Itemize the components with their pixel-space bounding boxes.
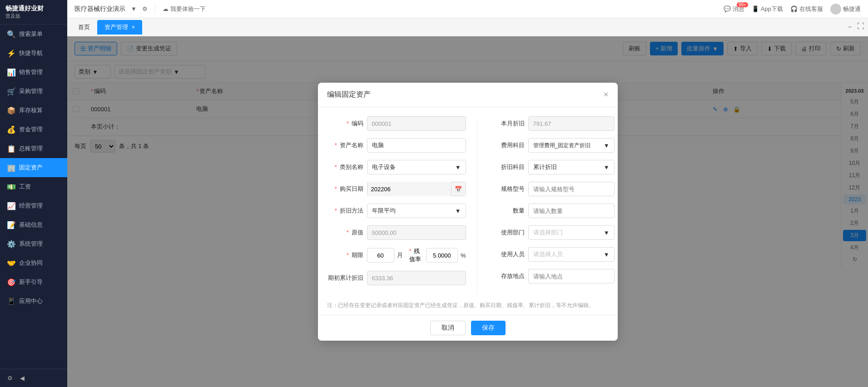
original-value-label: * 原值 [327, 228, 363, 237]
form-row-initial-depreciation: 期初累计折旧 [327, 271, 466, 285]
person-label: 使用人员 [488, 250, 525, 258]
topbar-settings-btn[interactable]: ⚙ [142, 5, 148, 12]
save-button[interactable]: 保存 [471, 321, 506, 335]
purchase-date-label: * 购买日期 [327, 185, 363, 193]
category-label: * 类别名称 [327, 163, 363, 171]
app-download-btn[interactable]: 📱 App下载 [752, 5, 783, 13]
sidebar-item-operation[interactable]: 📈 经营管理 [0, 196, 67, 215]
asset-name-input[interactable] [367, 138, 466, 153]
code-input[interactable] [367, 116, 466, 131]
form-row-monthly-depreciation: 本月折旧 [488, 116, 615, 131]
dialog-overlay: 编辑固定资产 × * 编码 [67, 36, 868, 387]
topbar-right: 💬 消息 99+ 📱 App下载 🎧 在线客服 畅捷通 [724, 4, 861, 15]
sidebar-item-coop[interactable]: 🤝 企业协同 [0, 253, 67, 273]
tab-close-btn[interactable]: × [132, 24, 135, 30]
sidebar-bottom: ⚙ ◀ [0, 369, 67, 387]
sidebar-item-fixed-assets[interactable]: 🏢 固定资产 [0, 158, 67, 177]
sidebar-item-nav[interactable]: ⚡ 快捷导航 [0, 44, 67, 63]
system-icon: ⚙️ [7, 240, 15, 248]
sidebar-item-search[interactable]: 🔍 搜索菜单 [0, 25, 67, 44]
depreciation-method-select[interactable]: 年限平均 ▼ [367, 203, 466, 218]
expense-subject-select[interactable]: 管理费用_固定资产折旧 ▼ [528, 138, 615, 153]
form-row-category: * 类别名称 电子设备 ▼ [327, 160, 466, 174]
capital-icon: 💰 [7, 125, 15, 134]
spec-model-label: 规格型号 [488, 185, 525, 193]
quantity-label: 数量 [488, 207, 525, 215]
cloud-icon: ☁ [163, 5, 169, 12]
spec-model-input[interactable] [528, 182, 615, 196]
form-row-spec-model: 规格型号 [488, 182, 615, 196]
sidebar-item-guide[interactable]: 🎯 新手引导 [0, 273, 67, 292]
cancel-button[interactable]: 取消 [430, 321, 466, 335]
depreciation-subject-select[interactable]: 累计折旧 ▼ [528, 160, 615, 174]
quick-nav-icon: ⚡ [7, 49, 15, 57]
monthly-depreciation-label: 本月折旧 [488, 119, 525, 128]
residual-rate-label: * 残值率 [409, 247, 423, 263]
headset-icon: 🎧 [790, 5, 798, 12]
app-name: 畅捷通好业财 [5, 5, 62, 13]
sidebar-item-inventory[interactable]: 📦 库存核算 [0, 101, 67, 120]
dialog-note: 注：已经存在变更记录或者对应固定资产已经生成凭证，原值、购买日期、残值率、累计折… [318, 302, 618, 315]
message-icon: 💬 [724, 5, 731, 12]
asset-name-label: * 资产名称 [327, 141, 363, 149]
form-row-period: * 期限 月 * 残值率 [327, 247, 466, 263]
search-icon: 🔍 [7, 30, 15, 38]
customer-service-btn[interactable]: 🎧 在线客服 [790, 5, 823, 13]
sidebar-item-system[interactable]: ⚙️ 系统管理 [0, 234, 67, 253]
purchase-date-input[interactable] [367, 182, 451, 196]
person-select[interactable]: 请选择人员 ▼ [528, 247, 615, 262]
sidebar-item-purchase[interactable]: 🛒 采购管理 [0, 82, 67, 101]
residual-rate-input[interactable] [426, 248, 458, 263]
original-value-input[interactable] [367, 225, 466, 240]
coop-icon: 🤝 [7, 259, 15, 267]
tab-minimize-btn[interactable]: － [846, 22, 853, 32]
sidebar-item-salary[interactable]: 💵 工资 [0, 177, 67, 196]
appstore-icon: 📱 [7, 297, 15, 305]
tab-home[interactable]: 首页 [71, 20, 97, 35]
sidebar-collapse-btn[interactable]: ◀ [20, 375, 25, 382]
message-badge: 99+ [737, 2, 748, 7]
page-content: ☰ 资产明细 📄 变更生成凭证 刷账 + 新增 批量操作 ▼ [67, 36, 868, 387]
sidebar: 畅捷通好业财 普及版 🔍 搜索菜单 ⚡ 快捷导航 📊 销售管理 🛒 采购管理 📦 [0, 0, 67, 387]
dialog-close-btn[interactable]: × [604, 90, 609, 99]
main-content: 医疗器械行业演示 ▼ ⚙ ☁ 我要体验一下 💬 消息 99+ 📱 App下载 [67, 0, 868, 387]
initial-depreciation-input[interactable] [367, 271, 466, 285]
storage-location-input[interactable] [528, 269, 615, 283]
topbar: 医疗器械行业演示 ▼ ⚙ ☁ 我要体验一下 💬 消息 99+ 📱 App下载 [67, 0, 868, 18]
person-chevron-icon: ▼ [604, 251, 610, 258]
dialog-title: 编辑固定资产 [327, 90, 371, 99]
department-select[interactable]: 请选择部门 ▼ [528, 225, 615, 240]
sales-icon: 📊 [7, 68, 15, 76]
sidebar-nav: 🔍 搜索菜单 ⚡ 快捷导航 📊 销售管理 🛒 采购管理 📦 库存核算 💰 [0, 25, 67, 369]
message-btn[interactable]: 💬 消息 99+ [724, 5, 744, 13]
dialog-right-column: 本月折旧 费用科目 管理费用_固定资产折旧 ▼ [477, 116, 615, 293]
depreciation-method-chevron-icon: ▼ [455, 208, 461, 214]
purchase-icon: 🛒 [7, 87, 15, 95]
period-controls: 月 * 残值率 % [367, 247, 466, 263]
period-input[interactable] [367, 248, 394, 263]
sidebar-item-sales[interactable]: 📊 销售管理 [0, 63, 67, 82]
category-select[interactable]: 电子设备 ▼ [367, 160, 466, 174]
form-row-depreciation-method: * 折旧方法 年限平均 ▼ [327, 203, 466, 218]
tab-maximize-btn[interactable]: ⛶ [857, 22, 864, 32]
fixed-assets-icon: 🏢 [7, 164, 15, 172]
calendar-icon[interactable]: 📅 [451, 182, 466, 196]
tab-asset-management[interactable]: 资产管理 × [97, 20, 142, 35]
sidebar-settings-btn[interactable]: ⚙ [7, 375, 13, 382]
form-row-depreciation-subject: 折旧科目 累计折旧 ▼ [488, 160, 615, 174]
category-chevron-icon: ▼ [455, 164, 461, 171]
quantity-input[interactable] [528, 203, 615, 218]
mobile-icon: 📱 [752, 5, 759, 12]
company-dropdown[interactable]: ▼ [131, 5, 137, 12]
form-row-expense-subject: 费用科目 管理费用_固定资产折旧 ▼ [488, 138, 615, 153]
basic-info-icon: 📝 [7, 221, 15, 229]
sidebar-item-appstore[interactable]: 📱 应用中心 [0, 292, 67, 311]
sidebar-item-capital[interactable]: 💰 资金管理 [0, 120, 67, 139]
form-row-department: 使用部门 请选择部门 ▼ [488, 225, 615, 240]
sidebar-item-ledger[interactable]: 📋 总账管理 [0, 139, 67, 158]
experience-btn[interactable]: ☁ 我要体验一下 [163, 5, 206, 13]
user-menu[interactable]: 畅捷通 [830, 4, 861, 15]
sidebar-logo: 畅捷通好业财 普及版 [0, 0, 67, 25]
sidebar-item-basic[interactable]: 📝 基础信息 [0, 215, 67, 234]
expense-subject-chevron-icon: ▼ [604, 142, 610, 149]
